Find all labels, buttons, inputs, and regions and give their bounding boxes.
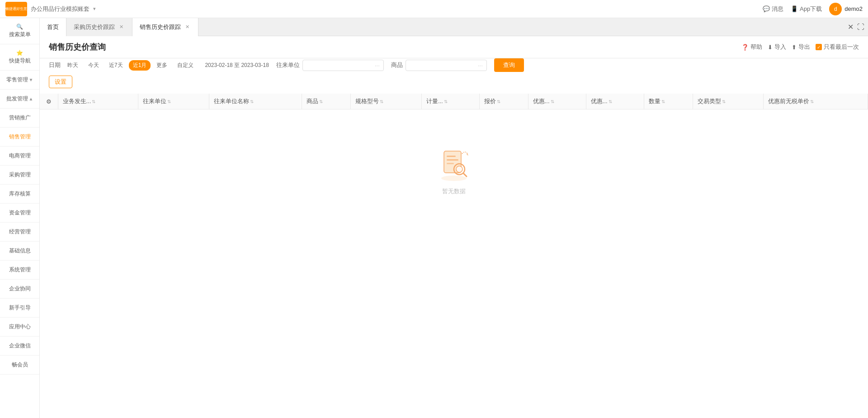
date-range-display: 2023-02-18 至 2023-03-18 [205, 62, 269, 69]
help-button[interactable]: ❓ 帮助 [741, 43, 762, 51]
settings-button[interactable]: 设置 [49, 76, 72, 88]
page-title-row: 销售历史价查询 ❓ 帮助 ⬇ 导入 ⬆ 导出 [49, 42, 859, 52]
sidebar-item-wholesale[interactable]: 批发管理 ▲ [0, 90, 39, 109]
sidebar-item-basic-info[interactable]: 基础信息 [0, 242, 39, 261]
app-title: 办公用品行业模拟账套 [31, 5, 90, 13]
sidebar-item-inventory[interactable]: 库存核算 [0, 185, 39, 204]
th-biz-date[interactable]: 业务发生... ⇅ [58, 94, 138, 109]
retail-row: 零售管理 ▼ [6, 76, 33, 84]
sidebar-item-sales[interactable]: 销售管理 [0, 128, 39, 147]
th-discount2[interactable]: 优惠... ⇅ [586, 94, 644, 109]
gear-icon-th[interactable]: ⚙ [46, 98, 52, 105]
empty-state: 暂无数据 [40, 109, 868, 232]
th-trade-type[interactable]: 交易类型 ⇅ [693, 94, 764, 109]
tab-fullscreen-icon[interactable]: ⛶ [857, 23, 864, 31]
sidebar-item-system[interactable]: 系统管理 [0, 261, 39, 280]
sidebar-item-enterprise[interactable]: 企业协同 [0, 280, 39, 299]
date-btn-custom[interactable]: 自定义 [173, 60, 198, 71]
tab-home[interactable]: 首页 [40, 18, 66, 36]
sidebar-item-purchase[interactable]: 采购管理 [0, 166, 39, 185]
partner-filter: 往来单位 ··· [276, 60, 384, 71]
filter-bar: 日期 昨天 今天 近7天 近1月 更多 自定义 2023-02-18 至 202… [40, 58, 868, 94]
sidebar-item-shortcuts[interactable]: ⭐ 快捷导航 [0, 44, 39, 71]
sidebar-item-search[interactable]: 🔍 搜索菜单 [0, 18, 39, 44]
empty-text: 暂无数据 [442, 187, 466, 195]
import-icon: ⬇ [768, 44, 773, 51]
th-spec[interactable]: 规格型号 ⇅ [351, 94, 422, 109]
sidebar-item-ecommerce[interactable]: 电商管理 [0, 147, 39, 166]
tab-purchase[interactable]: 采购历史价跟踪 ✕ [66, 18, 132, 36]
sort-icon-qty: ⇅ [661, 99, 665, 104]
sidebar-item-retail[interactable]: 零售管理 ▼ [0, 71, 39, 90]
tab-home-label: 首页 [47, 23, 59, 31]
checkbox-checked-icon: ✓ [816, 44, 822, 50]
only-last-label: 只看最后一次 [824, 43, 859, 51]
date-btn-more[interactable]: 更多 [152, 60, 171, 71]
export-button[interactable]: ⬆ 导出 [792, 43, 810, 51]
svg-rect-3 [447, 159, 458, 161]
logo: 畅捷通好生意 [5, 2, 27, 16]
import-button[interactable]: ⬇ 导入 [768, 43, 786, 51]
page-title: 销售历史价查询 [49, 42, 106, 52]
tab-sales[interactable]: 销售历史价跟踪 ✕ [132, 18, 198, 36]
only-last-checkbox[interactable]: ✓ 只看最后一次 [816, 43, 859, 51]
username: demo2 [844, 5, 863, 12]
tab-sales-close-icon[interactable]: ✕ [184, 24, 191, 31]
partner-input[interactable]: ··· [302, 60, 384, 71]
sidebar-label-guide: 新手引导 [9, 304, 31, 312]
help-label: 帮助 [750, 43, 762, 51]
main-layout: 🔍 搜索菜单 ⭐ 快捷导航 零售管理 ▼ 批发管理 ▲ 营销推广 销售管理 电商… [0, 18, 868, 418]
empty-svg [436, 146, 472, 182]
app-title-dropdown-icon[interactable]: ▾ [93, 6, 96, 12]
tab-purchase-close-icon[interactable]: ✕ [118, 24, 125, 31]
th-partner-name[interactable]: 往来单位名称 ⇅ [209, 94, 302, 109]
export-label: 导出 [798, 43, 810, 51]
date-btn-today[interactable]: 今天 [84, 60, 103, 71]
product-input[interactable]: ··· [406, 60, 487, 71]
th-qty[interactable]: 数量 ⇅ [644, 94, 693, 109]
page-actions: ❓ 帮助 ⬇ 导入 ⬆ 导出 ✓ 只看最后一次 [741, 43, 859, 51]
sidebar-item-marketing[interactable]: 营销推广 [0, 109, 39, 128]
search-icon: 🔍 [16, 24, 23, 30]
query-button[interactable]: 查询 [494, 58, 524, 72]
sidebar-label-shortcuts: 快捷导航 [9, 57, 31, 65]
th-pretax-price[interactable]: 优惠前无税单价 ⇅ [764, 94, 868, 109]
settings-row: 设置 [49, 76, 859, 88]
th-quote[interactable]: 报价 ⇅ [480, 94, 528, 109]
date-btn-7days[interactable]: 近7天 [105, 60, 127, 71]
app-download-icon: 📱 [791, 5, 798, 12]
sidebar-item-member[interactable]: 畅会员 [0, 356, 39, 375]
tabbar: 首页 采购历史价跟踪 ✕ 销售历史价跟踪 ✕ ✕ ⛶ [40, 18, 868, 36]
date-btn-yesterday[interactable]: 昨天 [63, 60, 82, 71]
th-gear[interactable]: ⚙ [40, 94, 58, 109]
svg-point-6 [456, 166, 462, 172]
sidebar-label-sales: 销售管理 [9, 133, 31, 141]
th-product[interactable]: 商品 ⇅ [302, 94, 351, 109]
tab-close-all-icon[interactable]: ✕ [848, 23, 854, 31]
import-label: 导入 [774, 43, 786, 51]
export-icon: ⬆ [792, 44, 797, 51]
sidebar-item-wechat[interactable]: 企业微信 [0, 337, 39, 356]
partner-label: 往来单位 [276, 61, 300, 69]
wholesale-arrow-icon: ▲ [29, 96, 33, 101]
sidebar-label-inventory: 库存核算 [9, 190, 31, 198]
msg-button[interactable]: 💬 消息 [763, 5, 783, 13]
sidebar-item-operations[interactable]: 经营管理 [0, 223, 39, 242]
tab-sales-label: 销售历史价跟踪 [140, 23, 181, 31]
sort-icon-unit: ⇅ [444, 99, 448, 104]
th-discount1[interactable]: 优惠... ⇅ [528, 94, 586, 109]
sidebar-item-app-center[interactable]: 应用中心 [0, 318, 39, 337]
th-unit[interactable]: 计量... ⇅ [421, 94, 479, 109]
sidebar-label-system: 系统管理 [9, 266, 31, 274]
page-header: 销售历史价查询 ❓ 帮助 ⬇ 导入 ⬆ 导出 [40, 36, 868, 58]
date-filter: 日期 昨天 今天 近7天 近1月 更多 自定义 [49, 60, 198, 71]
th-partner-code[interactable]: 往来单位 ⇅ [138, 94, 209, 109]
user-area[interactable]: d demo2 [829, 3, 863, 15]
date-label: 日期 [49, 61, 61, 69]
sidebar-item-guide[interactable]: 新手引导 [0, 299, 39, 318]
app-download-button[interactable]: 📱 App下载 [791, 5, 822, 13]
sidebar-label-wechat: 企业微信 [9, 342, 31, 350]
sidebar-label-basic-info: 基础信息 [9, 247, 31, 255]
sidebar-item-finance[interactable]: 资金管理 [0, 204, 39, 223]
date-btn-1month[interactable]: 近1月 [129, 60, 151, 71]
